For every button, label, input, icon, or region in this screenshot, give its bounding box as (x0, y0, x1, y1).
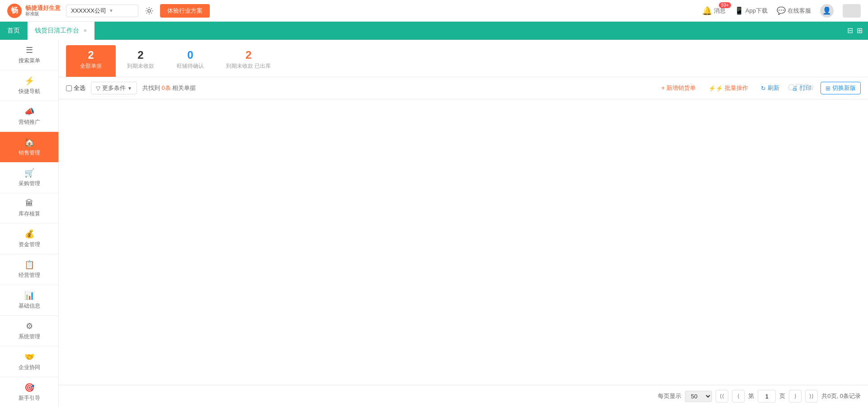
logo-icon: 畅 (7, 4, 22, 18)
switch-label: 切换新版 (832, 84, 856, 92)
stats-tabs: 2 全部单据 2 到期未收款 0 旺辅待确认 2 到期未收款 已出库 (59, 40, 868, 77)
print-icon: 🖨 (792, 85, 798, 92)
stats-tab-overdue-num: 2 (137, 49, 143, 61)
stats-tab-unshipped[interactable]: 2 到期未收款 已出库 (215, 45, 282, 77)
sidebar-item-finance[interactable]: 💰 资金管理 (0, 224, 58, 254)
purchase-icon: 🛒 (24, 168, 34, 178)
message-button[interactable]: 🔔 消息 99+ (702, 6, 726, 16)
tab-minimize-button[interactable]: ⊟ (847, 26, 853, 35)
page-prefix-label: 第 (748, 392, 754, 400)
refresh-button[interactable]: ↻ 刷新 (757, 82, 783, 94)
company-name: XXXXXX公司 (71, 7, 106, 15)
sidebar-item-basic-info[interactable]: 📊 基础信息 (0, 285, 58, 316)
found-count: 0条 (162, 84, 171, 91)
user-menu[interactable] (843, 4, 861, 18)
sidebar-item-system[interactable]: ⚙ 系统管理 (0, 316, 58, 346)
online-service-button[interactable]: 💬 在线客服 (777, 6, 811, 15)
stats-tab-all[interactable]: 2 全部单据 (66, 45, 116, 77)
tab-close-icon[interactable]: × (84, 28, 87, 34)
page-first-button[interactable]: ⟨⟨ (716, 390, 728, 402)
sidebar-item-guide[interactable]: 🎯 新手引导 (0, 377, 58, 407)
sidebar-label-quick-nav: 快捷导航 (19, 88, 40, 95)
basic-info-icon: 📊 (24, 290, 34, 300)
search-menu-icon: ☰ (26, 45, 33, 55)
settings-button[interactable] (142, 4, 156, 18)
stats-tab-all-num: 2 (88, 49, 94, 61)
stats-tab-all-label: 全部单据 (80, 62, 102, 70)
toolbar-right: + 新增销货单 ⚡⚡ 批量操作 ↻ 刷新 🖨 打印 ⊞ 切换新版 (658, 82, 861, 94)
sidebar-label-enterprise: 企业协同 (19, 364, 40, 371)
tab-bar: 首页 钱货日清工作台 × ⊟ ⊞ (0, 22, 868, 40)
refresh-label: 刷新 (768, 84, 779, 92)
per-page-select[interactable]: 50 10 20 100 (685, 391, 712, 402)
filter-chevron-icon: ▼ (127, 86, 132, 91)
tab-home[interactable]: 首页 (0, 22, 28, 40)
sidebar-label-basic-info: 基础信息 (19, 302, 40, 310)
tab-active[interactable]: 钱货日清工作台 × (28, 22, 94, 40)
table-area (59, 99, 868, 385)
company-selector[interactable]: XXXXXX公司 ▼ (66, 5, 138, 17)
sidebar-label-sales: 销售管理 (19, 149, 40, 157)
stats-tab-pending-label: 旺辅待确认 (177, 62, 204, 70)
system-icon: ⚙ (26, 321, 33, 331)
sales-icon: 🏠 (24, 137, 34, 147)
page-suffix-label: 页 (779, 392, 785, 400)
pagination: 每页显示 50 10 20 100 ⟨⟨ ⟨ 第 页 ⟩ ⟩⟩ 共0页, 0条记… (59, 385, 868, 407)
sidebar: ☰ 搜索菜单 ⚡ 快捷导航 📣 营销推广 🏠 销售管理 🛒 采购管理 🏛 库存核… (0, 40, 59, 407)
add-order-button[interactable]: + 新增销货单 (658, 82, 699, 94)
stats-tab-overdue[interactable]: 2 到期未收款 (116, 45, 165, 77)
sidebar-item-inventory[interactable]: 🏛 库存核算 (0, 193, 58, 224)
print-button[interactable]: 🖨 打印 (788, 82, 815, 94)
avatar[interactable]: 👤 (820, 4, 834, 18)
toolbar: 全选 ▽ 更多条件 ▼ 共找到 0条 相关单据 + 新增销货单 ⚡⚡ 批量操作 … (59, 77, 868, 99)
filter-button[interactable]: ▽ 更多条件 ▼ (91, 82, 137, 94)
tab-maximize-button[interactable]: ⊞ (857, 26, 863, 35)
stats-tab-pending[interactable]: 0 旺辅待确认 (165, 45, 215, 77)
batch-button[interactable]: ⚡⚡ 批量操作 (705, 82, 752, 94)
experience-btn[interactable]: 体验行业方案 (160, 4, 210, 18)
top-header: 畅 畅捷通好生意 标准版 XXXXXX公司 ▼ 体验行业方案 🔔 消息 99+ … (0, 0, 868, 22)
select-all-checkbox[interactable]: 全选 (66, 84, 85, 92)
sidebar-item-sales[interactable]: 🏠 销售管理 (0, 132, 58, 163)
sidebar-item-enterprise[interactable]: 🤝 企业协同 (0, 346, 58, 377)
page-total: 共0页, 0条记录 (821, 392, 861, 400)
switch-icon: ⊞ (826, 85, 830, 92)
operations-icon: 📋 (24, 260, 34, 270)
switch-version-button[interactable]: ⊞ 切换新版 (821, 82, 861, 94)
batch-label: 批量操作 (725, 84, 748, 92)
found-prefix: 共找到 (142, 84, 160, 91)
page-last-button[interactable]: ⟩⟩ (805, 390, 818, 402)
sidebar-item-purchase[interactable]: 🛒 采购管理 (0, 163, 58, 193)
batch-icon: ⚡⚡ (708, 85, 723, 92)
print-label: 打印 (800, 84, 811, 92)
checkbox-input[interactable] (66, 85, 72, 91)
app-download-label: App下载 (745, 7, 768, 15)
filter-icon: ▽ (96, 85, 100, 92)
sidebar-item-search-menu[interactable]: ☰ 搜索菜单 (0, 40, 58, 70)
stats-tab-pending-num: 0 (187, 49, 193, 61)
sidebar-item-marketing[interactable]: 📣 营销推广 (0, 101, 58, 132)
sidebar-label-guide: 新手引导 (19, 394, 40, 402)
sidebar-item-operations[interactable]: 📋 经营管理 (0, 254, 58, 285)
app-download-button[interactable]: 📱 App下载 (735, 6, 768, 15)
guide-icon: 🎯 (24, 383, 34, 393)
inventory-icon: 🏛 (25, 199, 33, 208)
sidebar-label-inventory: 库存核算 (19, 210, 40, 218)
page-input[interactable] (758, 390, 776, 402)
select-all-label: 全选 (74, 84, 85, 92)
stats-tab-unshipped-label: 到期未收款 已出库 (226, 62, 271, 70)
quick-nav-icon: ⚡ (24, 76, 34, 86)
page-next-button[interactable]: ⟩ (789, 390, 802, 402)
chevron-down-icon: ▼ (109, 8, 113, 13)
sidebar-item-quick-nav[interactable]: ⚡ 快捷导航 (0, 70, 58, 101)
content-area: 2 全部单据 2 到期未收款 0 旺辅待确认 2 到期未收款 已出库 全选 (59, 40, 868, 407)
enterprise-icon: 🤝 (24, 352, 34, 362)
stats-tab-unshipped-num: 2 (245, 49, 251, 61)
sidebar-label-finance: 资金管理 (19, 241, 40, 248)
per-page-label: 每页显示 (658, 392, 681, 400)
refresh-icon: ↻ (761, 85, 766, 92)
page-prev-button[interactable]: ⟨ (732, 390, 745, 402)
main-layout: ☰ 搜索菜单 ⚡ 快捷导航 📣 营销推广 🏠 销售管理 🛒 采购管理 🏛 库存核… (0, 40, 868, 407)
logo-main: 畅捷通好生意 (25, 5, 61, 12)
sidebar-label-purchase: 采购管理 (19, 180, 40, 187)
